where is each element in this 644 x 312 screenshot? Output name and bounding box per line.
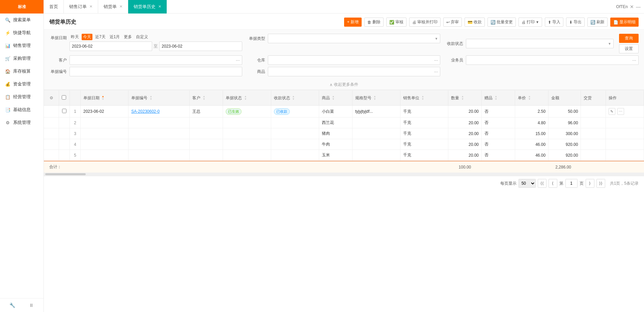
sidebar-item-purchase[interactable]: 🛒 采购管理 <box>0 52 44 65</box>
date-to-input[interactable] <box>159 42 242 51</box>
warehouse-input[interactable] <box>270 58 433 62</box>
table-icon: 📑 <box>5 107 10 112</box>
tab-sales-history[interactable]: 销货单历史 ✕ <box>128 0 167 14</box>
close-window-icon[interactable]: ✕ <box>630 4 634 9</box>
sidebar-item-sales[interactable]: 📊 销售管理 <box>0 39 44 52</box>
table-settings-icon[interactable]: ⚙ <box>47 93 56 103</box>
doc-type-select[interactable]: ▼ <box>268 34 441 43</box>
audit-button[interactable]: ✅ 审核 <box>386 18 407 27</box>
cell-qty: 20.00 <box>448 118 481 128</box>
sort-goods[interactable]: ▲▼ <box>332 95 335 101</box>
doc-no-input[interactable] <box>69 67 242 76</box>
tab-sales-history-close[interactable]: ✕ <box>158 4 161 9</box>
cell-qty: 20.00 <box>448 139 481 150</box>
audit-print-button[interactable]: 🖨 审核并打印 <box>409 18 441 27</box>
more-op-icon[interactable]: ⋯ <box>617 108 624 115</box>
customer-input[interactable] <box>72 58 235 62</box>
tab-home[interactable]: 首页 <box>44 0 64 14</box>
shortcut-more[interactable]: 更多 <box>122 34 133 40</box>
sort-customer[interactable]: ▲▼ <box>203 95 205 101</box>
last-page-btn[interactable]: ⟩⟩ <box>596 179 605 188</box>
sidebar-item-label: 资金管理 <box>13 81 31 87</box>
filter-warehouse: 仓库 ··· <box>248 55 441 65</box>
tab-sales-delivery-close[interactable]: ✕ <box>119 4 122 9</box>
cell-gift: 否 <box>482 128 515 139</box>
warehouse-dots[interactable]: ··· <box>434 57 438 63</box>
sort-unit-price[interactable]: ▲▼ <box>528 95 531 101</box>
table-scrollbar[interactable] <box>44 173 644 176</box>
batch-change-button[interactable]: 🔄 批量变更 <box>487 18 516 27</box>
filter-goods: 商品 ··· <box>248 67 441 76</box>
select-all-checkbox[interactable] <box>62 95 66 100</box>
tab-sales-delivery[interactable]: 销货单 ✕ <box>98 0 128 14</box>
filter-collect-group: 收款状态 ▼ 查询 设置 <box>446 34 639 53</box>
goods-dots[interactable]: ··· <box>434 69 438 74</box>
sort-doc-status[interactable]: ▲▼ <box>244 95 247 101</box>
abandon-button[interactable]: ↩ 弃审 <box>443 18 462 27</box>
next-page-btn[interactable]: ⟩ <box>586 179 594 188</box>
row-checkbox[interactable] <box>62 109 66 113</box>
sidebar-item-finance[interactable]: 💰 资金管理 <box>0 78 44 90</box>
collect-status-select[interactable]: ▼ <box>466 39 614 48</box>
page-size-select[interactable]: 50 100 200 <box>519 179 536 188</box>
sidebar-item-search-menu[interactable]: 🔍 搜索菜单 <box>0 14 44 26</box>
col-row-no <box>70 90 81 106</box>
refresh-button[interactable]: 🔃 刷新 <box>587 18 608 27</box>
table-container: ⚙ 单据日期 ▲▼ 单据编号 <box>44 90 644 161</box>
toolbar: + 新增 🗑 删除 ✅ 审核 🖨 审核并打印 ↩ 弃审 <box>344 18 639 27</box>
cell-collect-status <box>271 128 319 139</box>
import-button[interactable]: ⬆ 导入 <box>545 18 563 27</box>
export-button[interactable]: ⬇ 导出 <box>566 18 585 27</box>
shortcut-7days[interactable]: 近7天 <box>94 34 107 40</box>
sort-gift[interactable]: ▲▼ <box>495 95 497 101</box>
customer-dots[interactable]: ··· <box>236 57 240 63</box>
show-detail-button[interactable]: 📄 显示明细 <box>610 18 639 27</box>
minimize-icon[interactable]: — <box>636 4 641 9</box>
table-scroll-thumb[interactable] <box>45 173 86 175</box>
shortcut-yesterday[interactable]: 昨天 <box>69 34 80 40</box>
cell-row-no: 5 <box>70 150 81 161</box>
sort-doc-no[interactable]: ▲▼ <box>149 95 152 101</box>
sidebar-item-quick-nav[interactable]: ⚡ 快捷导航 <box>0 26 44 39</box>
sort-qty[interactable]: ▲▼ <box>461 95 464 101</box>
cell-amount: 50.00 <box>549 106 581 118</box>
tab-sales-order[interactable]: 销售订单 ✕ <box>64 0 98 14</box>
goods-input[interactable] <box>270 69 433 74</box>
sidebar-item-inventory[interactable]: 🏠 库存核算 <box>0 65 44 78</box>
shopping-icon: 🛒 <box>5 56 10 61</box>
print-button[interactable]: 🖨 打印 ▼ <box>519 18 542 27</box>
shortcut-custom[interactable]: 自定义 <box>135 34 149 40</box>
collapse-button[interactable]: ∧ 收起更多条件 <box>44 80 644 90</box>
new-button[interactable]: + 新增 <box>344 18 362 27</box>
doc-no-link[interactable]: SA-20230602-0 <box>131 109 160 114</box>
first-page-btn[interactable]: ⟨⟨ <box>538 179 547 188</box>
edit-op-icon[interactable]: ✎ <box>609 108 615 115</box>
sidebar-bottom-icon-2[interactable]: ⏸ <box>27 301 35 309</box>
shortcut-1month[interactable]: 近1月 <box>108 34 121 40</box>
salesperson-dots[interactable]: ··· <box>632 57 636 63</box>
cell-doc-date <box>81 150 129 161</box>
sidebar-item-system[interactable]: ⚙ 系统管理 <box>0 116 44 129</box>
delete-button[interactable]: 🗑 删除 <box>364 18 384 27</box>
salesperson-input[interactable] <box>468 58 632 62</box>
shortcut-today[interactable]: 今天 <box>82 34 92 40</box>
sidebar-item-basic-info[interactable]: 📑 基础信息 <box>0 103 44 116</box>
sidebar-item-operations[interactable]: 📋 经营管理 <box>0 90 44 103</box>
sidebar-bottom-icon-1[interactable]: 🔧 <box>8 301 16 309</box>
page-label2: 页 <box>580 181 584 186</box>
cell-check <box>59 150 70 161</box>
lightning-icon: ⚡ <box>5 30 10 35</box>
sort-collect-status[interactable]: ▲▼ <box>292 95 295 101</box>
cell-sales-unit: 千克 <box>400 128 448 139</box>
query-button[interactable]: 查询 <box>619 34 639 43</box>
page-number-input[interactable] <box>565 179 578 188</box>
sort-spec[interactable]: ▲▼ <box>373 95 376 101</box>
tab-sales-order-close[interactable]: ✕ <box>89 4 92 9</box>
sort-doc-date[interactable]: ▲▼ <box>102 95 104 101</box>
collect-icon: 💳 <box>468 20 473 25</box>
sort-sales-unit[interactable]: ▲▼ <box>421 95 424 101</box>
collect-button[interactable]: 💳 收款 <box>465 18 485 27</box>
set-button[interactable]: 设置 <box>619 44 639 53</box>
date-from-input[interactable] <box>69 42 152 51</box>
prev-page-btn[interactable]: ⟨ <box>549 179 557 188</box>
